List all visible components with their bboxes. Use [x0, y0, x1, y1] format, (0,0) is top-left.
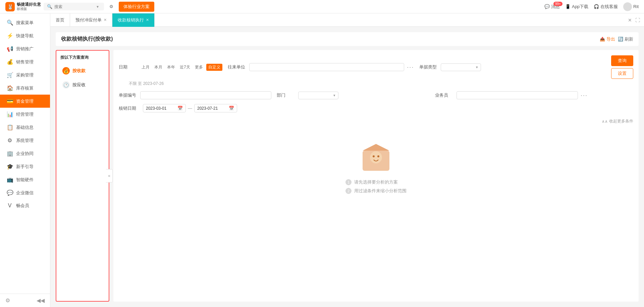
tab-writeoff-close-icon[interactable]: ✕	[146, 18, 149, 22]
empty-hint-2: 2 用过滤条件来缩小分析范围	[345, 188, 407, 194]
sidebar-item-basic-info[interactable]: 📋 基础信息	[0, 121, 50, 134]
tab-prepay[interactable]: 预付冲应付单 ✕	[70, 13, 112, 27]
doc-type-select-arrow: ▾	[476, 65, 478, 69]
message-button[interactable]: 💬 消息 99+	[544, 4, 560, 10]
date-tab-custom[interactable]: 自定义	[206, 64, 222, 71]
collapse-more-button[interactable]: ∧∧ 收起更多条件	[119, 117, 633, 125]
sidebar-label-operation: 经营管理	[16, 111, 34, 117]
query-button[interactable]: 查询	[611, 55, 633, 66]
sidebar-item-member[interactable]: V 畅会员	[0, 199, 50, 212]
counterpart-input[interactable]	[249, 63, 405, 71]
staff-label: 业务员	[435, 92, 454, 98]
filter-panel-collapse[interactable]: «	[106, 169, 113, 183]
sidebar-collapse-icon[interactable]: ◀◀	[37, 297, 45, 304]
sidebar-item-operation[interactable]: 📊 经营管理	[0, 108, 50, 121]
sidebar-item-hardware[interactable]: 📺 智能硬件	[0, 173, 50, 186]
tab-writeoff-label: 收款核销执行	[118, 17, 144, 23]
filter-option-by-receipt[interactable]: 💰 按收款	[59, 64, 106, 77]
sidebar-item-guide[interactable]: 🎓 新手引导	[0, 160, 50, 173]
page-header: 收款核销执行(按收款) 📤 导出 🔄 刷新	[56, 32, 639, 46]
service-icon: 🎧	[594, 4, 599, 9]
doc-type-select[interactable]: ▾	[441, 63, 481, 71]
tab-close-all-icon[interactable]: ✕	[628, 17, 632, 23]
sidebar-item-sales[interactable]: 💰 销售管理	[0, 55, 50, 68]
hint-text-2: 用过滤条件来缩小分析范围	[354, 188, 407, 194]
export-icon: 📤	[600, 37, 605, 42]
sidebar-item-enterprise[interactable]: 🏢 企业协同	[0, 147, 50, 160]
writeoff-date-end[interactable]	[197, 106, 227, 111]
sidebar-label-enterprise: 企业协同	[16, 151, 34, 157]
sidebar-item-wechat[interactable]: 💬 企业微信	[0, 186, 50, 199]
main-content: 首页 预付冲应付单 ✕ 收款核销执行 ✕ ✕ ⛶ 收款核销执行(按收款) 📤 导…	[50, 13, 644, 307]
sidebar-item-marketing[interactable]: 📢 营销推广	[0, 42, 50, 55]
tab-home-label: 首页	[56, 17, 64, 23]
hint-text-1: 请先选择要分析的方案	[354, 179, 398, 185]
sidebar-label-sales: 销售管理	[16, 59, 34, 65]
counterpart-more-icon[interactable]: ···	[407, 64, 414, 71]
counterpart-field: 往来单位 ···	[228, 63, 414, 71]
sidebar-label-wechat: 企业微信	[16, 190, 34, 196]
sidebar-item-quick-nav[interactable]: ⚡ 快捷导航	[0, 29, 50, 42]
message-icon: 💬	[544, 4, 550, 9]
settings-bottom-icon[interactable]: ⚙	[5, 297, 10, 304]
marketing-icon: 📢	[7, 46, 13, 52]
calendar-start-icon[interactable]: 📅	[177, 106, 183, 111]
tab-prepay-close-icon[interactable]: ✕	[104, 18, 107, 22]
date-tab-more[interactable]: 更多	[194, 64, 204, 71]
search-icon: 🔍	[47, 4, 52, 9]
sidebar-bottom: ⚙ ◀◀	[0, 294, 50, 307]
setting-button[interactable]: 设置	[611, 68, 633, 79]
refresh-button[interactable]: 🔄 刷新	[618, 36, 633, 42]
sidebar-item-finance[interactable]: 💳 资金管理	[0, 95, 50, 108]
date-tabs: 上月 本月 本年 近7天 更多 自定义	[140, 64, 222, 71]
dept-field: 部门 ▾	[277, 92, 429, 99]
doc-no-input[interactable]	[140, 91, 271, 99]
sidebar-item-inventory[interactable]: 🏠 库存核算	[0, 82, 50, 95]
user-profile[interactable]: Rit	[623, 2, 639, 11]
top-search-input[interactable]	[54, 4, 95, 9]
tab-expand-icon[interactable]: ⛶	[635, 17, 640, 23]
member-icon: V	[7, 203, 13, 209]
sidebar-item-search-menu[interactable]: 🔍 搜索菜单	[0, 16, 50, 29]
page-title: 收款核销执行(按收款)	[61, 36, 113, 43]
app-download-button[interactable]: 📱 App下载	[565, 4, 588, 10]
hardware-icon: 📺	[7, 176, 13, 183]
sidebar-label-hardware: 智能硬件	[16, 177, 34, 183]
settings-icon-btn[interactable]: ⚙	[107, 2, 116, 11]
tab-home[interactable]: 首页	[50, 13, 70, 27]
svg-marker-1	[363, 144, 389, 151]
industry-solution-button[interactable]: 体验行业方案	[119, 2, 154, 12]
export-button[interactable]: 📤 导出	[600, 36, 615, 42]
sidebar-label-finance: 资金管理	[16, 98, 34, 104]
top-search-bar[interactable]: 🔍 ▾	[44, 3, 104, 10]
date-tab-this-year[interactable]: 本年	[166, 64, 176, 71]
query-form: 日期 上月 本月 本年 近7天 更多 自定义	[119, 55, 633, 125]
tab-writeoff[interactable]: 收款核销执行 ✕	[112, 13, 155, 27]
writeoff-date-start[interactable]	[146, 106, 176, 111]
top-bar-right: 💬 消息 99+ 📱 App下载 🎧 在线客服 Rit	[544, 2, 639, 11]
sidebar-item-system[interactable]: ⚙ 系统管理	[0, 134, 50, 147]
logo-icon: 🐰	[5, 2, 15, 11]
filter-option-by-receivable[interactable]: 🕐 按应收	[59, 79, 106, 91]
dept-select[interactable]: ▾	[298, 92, 338, 99]
user-avatar	[623, 2, 632, 11]
empty-svg	[356, 139, 396, 172]
hint-num-2: 2	[345, 188, 352, 194]
date-tab-last-7-days[interactable]: 近7天	[178, 64, 192, 71]
top-bar-left: 🐰 畅捷通好生意 标准版 🔍 ▾ ⚙ 体验行业方案	[5, 2, 154, 12]
calendar-end-icon[interactable]: 📅	[229, 106, 234, 111]
staff-more-icon[interactable]: ···	[581, 92, 588, 99]
sidebar-item-purchase[interactable]: 🛒 采购管理	[0, 68, 50, 82]
filter-panel: 按以下方案查询 💰 按收款 🕐 按应收 «	[56, 50, 109, 302]
date-tab-last-month[interactable]: 上月	[140, 64, 151, 71]
writeoff-date-start-input[interactable]: 📅	[143, 104, 186, 112]
purchase-icon: 🛒	[7, 72, 13, 78]
staff-input[interactable]	[457, 91, 578, 99]
dropdown-arrow-icon[interactable]: ▾	[97, 4, 99, 9]
writeoff-date-end-input[interactable]: 📅	[194, 104, 237, 112]
tab-bar-actions: ✕ ⛶	[624, 17, 644, 23]
date-tab-this-month[interactable]: 本月	[153, 64, 164, 71]
tab-prepay-label: 预付冲应付单	[75, 17, 102, 23]
empty-state: 1 请先选择要分析的方案 2 用过滤条件来缩小分析范围	[119, 125, 633, 207]
online-service-button[interactable]: 🎧 在线客服	[594, 4, 618, 10]
